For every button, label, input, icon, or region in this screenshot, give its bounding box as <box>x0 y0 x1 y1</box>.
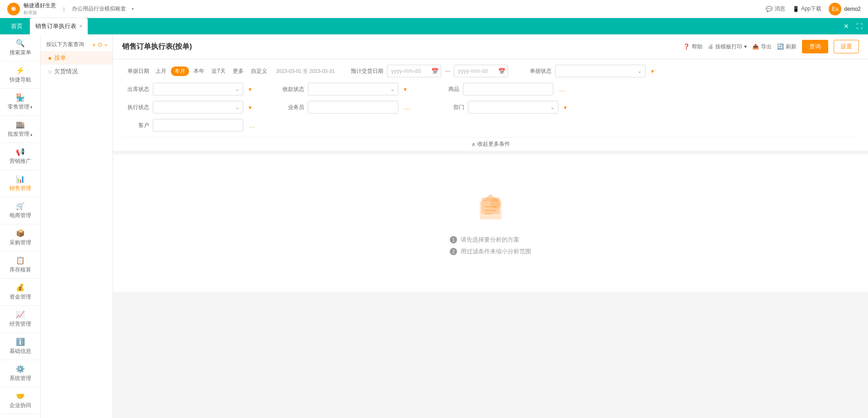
customer-more-icon[interactable]: … <box>247 122 257 129</box>
sidebar-item-ecommerce[interactable]: 🛒 电商管理 <box>0 197 40 224</box>
expected-date-label: 预计交货日期 <box>351 67 383 75</box>
search-button[interactable]: 查询 <box>802 40 828 53</box>
date-option-custom[interactable]: 自定义 <box>248 66 270 76</box>
date-option-last-month[interactable]: 上月 <box>153 66 169 76</box>
sidebar-item-quick-nav[interactable]: ⚡ 快捷导航 <box>0 62 40 89</box>
help-icon: ❓ <box>683 43 690 50</box>
left-panel: 按以下方案查询 + ⊙ « ● 按单 ○ 欠货情况 <box>41 34 113 418</box>
export-button[interactable]: 📤 导出 <box>752 43 772 51</box>
status-filter-group: 单据状态 ▾ <box>524 65 654 77</box>
exec-status-label: 执行状态 <box>122 104 149 111</box>
dept-select[interactable] <box>468 101 558 114</box>
print-icon: 🖨 <box>708 43 713 50</box>
sidebar-item-newbie[interactable]: 🆕 新手引导 <box>0 414 40 418</box>
sidebar-item-system[interactable]: ⚙️ 系统管理 <box>0 360 40 387</box>
sidebar-item-basic[interactable]: ℹ️ 基础信息 <box>0 333 40 360</box>
left-panel-item-order[interactable]: ● 按单 <box>41 51 113 65</box>
left-panel-collapse-icon[interactable]: « <box>104 42 107 48</box>
order-icon: ● <box>48 54 52 62</box>
refresh-button[interactable]: 🔄 刷新 <box>777 43 797 51</box>
empty-tip-2: 2 用过滤条件来缩小分析范围 <box>450 247 531 256</box>
left-panel-actions: + ⊙ « <box>92 41 107 48</box>
filter-section: 单据日期 上月 本月 本年 近7天 更多 自定义 2023-03-01 至 20… <box>113 59 868 151</box>
start-calendar-icon[interactable]: 📅 <box>431 68 439 75</box>
date-option-this-year[interactable]: 本年 <box>191 66 207 76</box>
left-panel-settings-icon[interactable]: ⊙ <box>98 41 103 48</box>
print-button[interactable]: 🖨 按模板打印 ▾ <box>708 43 747 51</box>
outbound-label: 出库状态 <box>122 86 149 93</box>
filter-row-3: 执行状态 ▾ 业务员 … 部门 <box>122 101 859 114</box>
goods-input[interactable] <box>463 83 553 95</box>
collection-dropdown-icon[interactable]: ▾ <box>404 86 407 93</box>
path-dropdown-icon[interactable]: ▾ <box>132 6 134 11</box>
top-header: 畅 畅捷通好生意 标准版 | 办公用品行业模拟账套 ▾ 💬 消息 📱 App下载… <box>0 0 868 18</box>
search-icon: 🔍 <box>16 39 25 48</box>
exec-status-dropdown-icon[interactable]: ▾ <box>249 104 252 111</box>
salesperson-input[interactable] <box>308 101 398 114</box>
tip-num-2: 2 <box>450 248 457 255</box>
customer-input[interactable] <box>153 119 243 132</box>
sidebar-item-sales[interactable]: 📊 销售管理 <box>0 170 40 197</box>
left-panel-item-debt[interactable]: ○ 欠货情况 <box>41 65 113 78</box>
user-avatar: Ea <box>829 3 841 15</box>
sidebar-item-inventory[interactable]: 📋 库存核算 <box>0 252 40 279</box>
user-info[interactable]: Ea demo2 <box>829 3 861 15</box>
debt-icon: ○ <box>48 68 52 75</box>
tab-expand-icon[interactable]: ⛶ <box>854 23 864 30</box>
dept-dropdown-icon[interactable]: ▾ <box>564 104 567 111</box>
collapse-button[interactable]: ∧ 收起更多条件 <box>122 137 859 151</box>
sidebar-item-enterprise[interactable]: 🤝 企业协同 <box>0 387 40 414</box>
sidebar-item-retail[interactable]: 🏪 零售管理 ▾ <box>0 89 40 116</box>
sidebar-item-purchase[interactable]: 📦 采购管理 <box>0 224 40 252</box>
message-icon: 💬 <box>766 6 773 12</box>
app-icon: 📱 <box>793 6 799 12</box>
salesperson-more-icon[interactable]: … <box>402 104 412 111</box>
status-label: 单据状态 <box>524 67 552 75</box>
outbound-dropdown-icon[interactable]: ▾ <box>249 86 252 93</box>
tab-home[interactable]: 首页 <box>4 18 30 34</box>
goods-more-icon[interactable]: … <box>557 86 567 93</box>
exec-status-select[interactable] <box>153 101 243 114</box>
status-dropdown-icon[interactable]: ▾ <box>651 68 654 75</box>
wholesale-arrow-icon: ▴ <box>30 132 33 137</box>
message-action[interactable]: 💬 消息 <box>766 5 785 13</box>
basic-icon: ℹ️ <box>16 337 25 346</box>
export-icon: 📤 <box>752 43 759 50</box>
salesperson-label: 业务员 <box>277 104 304 111</box>
sidebar-item-operation[interactable]: 📈 经营管理 <box>0 306 40 333</box>
outbound-select[interactable] <box>153 83 243 95</box>
sidebar-item-wholesale[interactable]: 🏬 批发管理 ▴ <box>0 116 40 143</box>
inventory-icon: 📋 <box>16 256 25 265</box>
goods-label: 商品 <box>432 86 459 93</box>
collection-select[interactable] <box>308 83 398 95</box>
tab-close-icon[interactable]: × <box>79 23 82 29</box>
date-option-this-month[interactable]: 本月 <box>171 66 189 76</box>
system-icon: ⚙️ <box>16 365 25 373</box>
empty-illustration <box>472 190 509 227</box>
left-panel-add-icon[interactable]: + <box>92 41 96 48</box>
dept-select-wrapper <box>468 101 558 114</box>
logo: 畅 <box>7 3 20 15</box>
date-option-more[interactable]: 更多 <box>230 66 246 76</box>
help-button[interactable]: ❓ 帮助 <box>683 43 703 51</box>
date-options: 上月 本月 本年 近7天 更多 自定义 <box>153 66 270 76</box>
exec-status-group: 执行状态 ▾ <box>122 101 252 114</box>
sidebar-item-finance[interactable]: 💰 资金管理 <box>0 279 40 306</box>
sidebar: 🔍 搜索菜单 ⚡ 快捷导航 🏪 零售管理 ▾ 🏬 批发管理 ▴ 📢 营销推广 <box>0 34 41 418</box>
empty-state: 1 请先选择要分析的方案 2 用过滤条件来缩小分析范围 <box>113 154 868 292</box>
brand-name: 畅捷通好生意 <box>24 2 56 10</box>
sidebar-item-marketing[interactable]: 📢 营销推广 <box>0 143 40 170</box>
status-select[interactable] <box>555 65 646 77</box>
tab-sales-order[interactable]: 销售订单执行表 × <box>30 18 88 34</box>
sidebar-item-search-menu[interactable]: 🔍 搜索菜单 <box>0 34 40 62</box>
tab-minimize-icon[interactable]: ✕ <box>842 23 851 30</box>
settings-button[interactable]: 设置 <box>834 40 859 53</box>
brand-info: 畅捷通好生意 标准版 <box>24 2 56 16</box>
date-range-text: 2023-03-01 至 2023-03-31 <box>276 68 335 75</box>
date-option-7days[interactable]: 近7天 <box>209 66 228 76</box>
app-download-action[interactable]: 📱 App下载 <box>793 5 821 13</box>
end-calendar-icon[interactable]: 📅 <box>498 68 505 75</box>
status-select-wrapper <box>555 65 646 77</box>
date-filter-label: 单据日期 <box>122 67 149 75</box>
enterprise-icon: 🤝 <box>16 392 25 400</box>
